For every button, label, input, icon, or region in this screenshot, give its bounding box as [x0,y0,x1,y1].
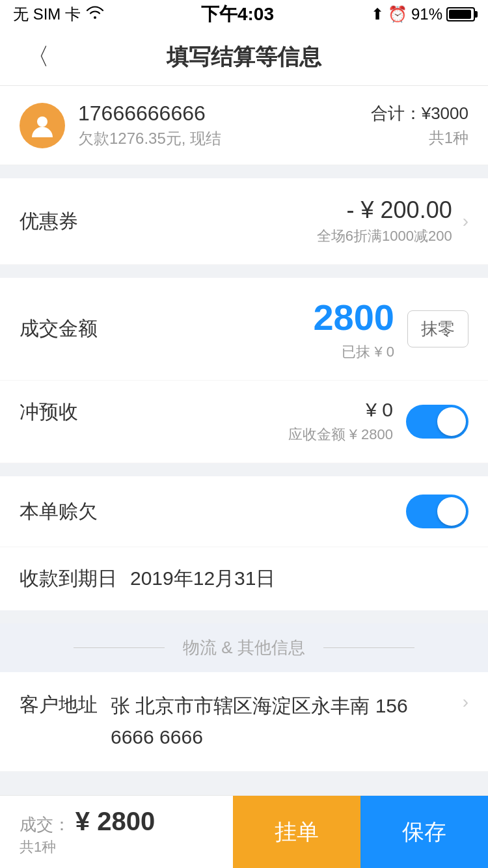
customer-left: 17666666666 欠款1276.35元, 现结 [20,102,221,149]
discount-amount: - ¥ 200.00 [317,197,452,224]
charge-info: ¥ 0 应收金额 ¥ 2800 [288,399,393,444]
no-sim-text: 无 SIM 卡 [13,4,81,25]
status-left: 无 SIM 卡 [13,4,104,25]
discount-label: 优惠券 [20,208,78,235]
avatar [20,103,65,148]
deal-row: 成交金额 2800 已抹 ¥ 0 抹零 [0,278,488,381]
debt-toggle[interactable] [406,495,468,528]
toggle-knob [437,407,466,436]
address-label: 客户地址 [20,690,98,718]
left-divider [74,647,165,648]
customer-phone: 17666666666 [78,102,221,126]
discount-info: - ¥ 200.00 全场6折满1000减200 [317,197,452,246]
bottom-deal-value: ¥ 2800 [75,807,155,835]
save-button[interactable]: 保存 [360,796,488,868]
deal-sub: 已抹 ¥ 0 [313,342,394,362]
address-value: 张 北京市市辖区海淀区永丰南 156 6666 6666 [111,690,456,753]
bottom-info: 成交： ¥ 2800 共1种 [0,807,233,857]
deal-amount-value: 2800 [313,296,394,338]
customer-info: 17666666666 欠款1276.35元, 现结 [78,102,221,149]
customer-card: 17666666666 欠款1276.35元, 现结 合计：¥3000 共1种 [0,86,488,165]
nav-bar: 〈 填写结算等信息 [0,29,488,86]
charge-toggle[interactable] [406,405,468,439]
alarm-icon: ⏰ [388,5,407,23]
section-gap-3 [0,463,488,476]
discount-sub: 全场6折满1000减200 [317,226,452,246]
battery-text: 91% [411,5,442,23]
back-button[interactable]: 〈 [20,34,56,79]
bottom-deal-label: 成交： [20,815,70,834]
logistics-title: 物流 & 其他信息 [74,636,414,659]
right-divider [323,647,414,648]
logistics-header: 物流 & 其他信息 [0,623,488,672]
due-date-label: 收款到期日 [20,565,117,592]
charge-label: 冲预收 [20,399,78,426]
debt-toggle-knob [437,497,466,526]
deal-right: 2800 已抹 ¥ 0 抹零 [313,296,468,362]
charge-right: ¥ 0 应收金额 ¥ 2800 [288,399,468,444]
status-bar: 无 SIM 卡 下午4:03 ⬆ ⏰ 91% [0,0,488,29]
total-count: 共1种 [371,128,468,148]
status-right: ⬆ ⏰ 91% [371,5,475,23]
total-label: 合计：¥3000 [371,102,468,125]
bottom-bar: 成交： ¥ 2800 共1种 挂单 保存 [0,795,488,868]
charge-sub: 应收金额 ¥ 2800 [288,425,393,444]
bottom-buttons: 挂单 保存 [233,796,488,868]
logistics-title-text: 物流 & 其他信息 [172,636,316,659]
due-date-row: 收款到期日 2019年12月31日 [0,547,488,610]
section-gap-4 [0,610,488,623]
chevron-right-icon: › [463,211,468,232]
charge-row: 冲预收 ¥ 0 应收金额 ¥ 2800 [0,381,488,463]
charge-amount: ¥ 0 [288,399,393,421]
address-chevron-icon: › [463,690,468,712]
page-title: 填写结算等信息 [167,42,321,72]
discount-row[interactable]: 优惠券 - ¥ 200.00 全场6折满1000减200 › [0,178,488,265]
customer-sub: 欠款1276.35元, 现结 [78,128,221,149]
main-content: 17666666666 欠款1276.35元, 现结 合计：¥3000 共1种 … [0,86,488,868]
section-gap-1 [0,165,488,178]
debt-label: 本单赊欠 [20,498,98,525]
debt-row: 本单赊欠 [0,476,488,547]
svg-point-0 [37,116,47,127]
section-gap-2 [0,265,488,278]
bottom-count: 共1种 [20,837,213,857]
round-button[interactable]: 抹零 [407,310,468,347]
status-time: 下午4:03 [201,2,274,27]
battery-icon [446,7,475,21]
bottom-deal-row: 成交： ¥ 2800 [20,807,213,836]
location-icon: ⬆ [371,5,384,23]
wifi-icon [86,5,104,23]
address-row[interactable]: 客户地址 张 北京市市辖区海淀区永丰南 156 6666 6666 › [0,672,488,772]
deal-info: 2800 已抹 ¥ 0 [313,296,394,362]
due-date-value: 2019年12月31日 [130,565,275,592]
discount-right: - ¥ 200.00 全场6折满1000减200 › [317,197,468,246]
customer-total: 合计：¥3000 共1种 [371,102,468,148]
deal-label: 成交金额 [20,316,98,342]
hang-button[interactable]: 挂单 [233,796,360,868]
